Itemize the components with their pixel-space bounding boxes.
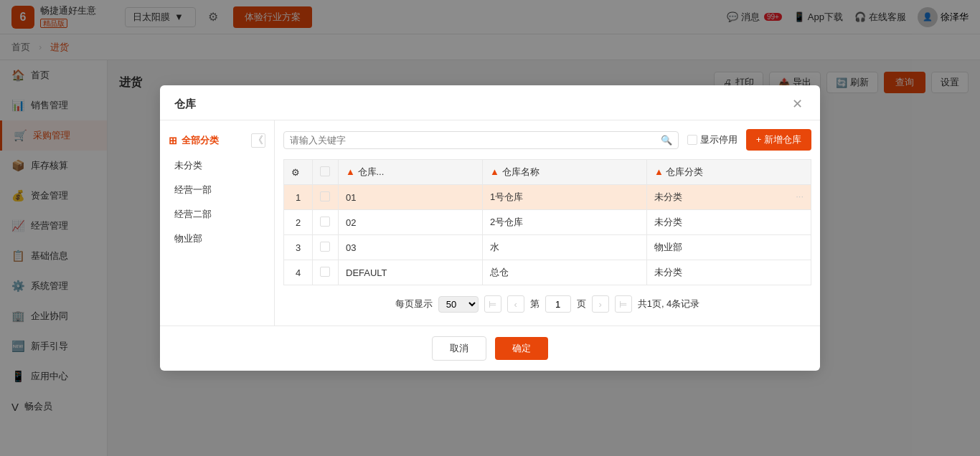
show-disabled-checkbox[interactable] xyxy=(687,135,697,145)
th-check[interactable] xyxy=(313,160,339,185)
search-box: 🔍 xyxy=(283,131,679,149)
table-row[interactable]: 4 DEFAULT 总仓 未分类 xyxy=(284,260,811,285)
table-body: 1 01 1号仓库 未分类 ··· xyxy=(284,185,811,285)
category-property[interactable]: 物业部 xyxy=(160,227,274,251)
sort-icon-name: ▲ xyxy=(490,166,499,177)
table-row[interactable]: 1 01 1号仓库 未分类 ··· xyxy=(284,185,811,210)
modal-close-button[interactable]: ✕ xyxy=(788,95,806,113)
search-input[interactable] xyxy=(290,135,661,146)
cancel-button[interactable]: 取消 xyxy=(432,336,486,361)
table-toolbar: 🔍 显示停用 + 新增仓库 xyxy=(283,129,811,151)
row-check[interactable] xyxy=(313,235,339,260)
row-num: 4 xyxy=(284,260,313,285)
modal-footer: 取消 确定 xyxy=(160,326,820,371)
modal-overlay: 仓库 ✕ ⊞ 全部分类 《 未分类 经营一部 xyxy=(0,0,980,456)
add-warehouse-button[interactable]: + 新增仓库 xyxy=(746,129,811,151)
category-ops1[interactable]: 经营一部 xyxy=(160,178,274,202)
th-code[interactable]: ▲ 仓库... xyxy=(339,160,483,185)
th-name[interactable]: ▲ 仓库名称 xyxy=(483,160,647,185)
row-num: 2 xyxy=(284,210,313,235)
row-num: 3 xyxy=(284,235,313,260)
row-name: 1号仓库 xyxy=(483,185,647,210)
row-category: 未分类 ··· xyxy=(646,185,811,210)
th-gear[interactable]: ⚙ xyxy=(284,160,313,185)
warehouse-modal: 仓库 ✕ ⊞ 全部分类 《 未分类 经营一部 xyxy=(160,85,820,371)
table-scroll-area: ⚙ ▲ 仓库... ▲ xyxy=(283,159,811,285)
row-category: 未分类 xyxy=(646,260,811,285)
row-category: 物业部 xyxy=(646,235,811,260)
table-row[interactable]: 3 03 水 物业部 xyxy=(284,235,811,260)
table-panel: 🔍 显示停用 + 新增仓库 ⚙ xyxy=(275,120,820,326)
category-unclassified[interactable]: 未分类 xyxy=(160,153,274,178)
modal-header: 仓库 ✕ xyxy=(160,85,820,120)
pagination-bar: 每页显示 50 100 200 ⊨ ‹ 第 页 › ⊨ 共1页, 4条记录 xyxy=(283,285,811,317)
row-check[interactable] xyxy=(313,260,339,285)
row-code: 03 xyxy=(339,235,483,260)
show-disabled-toggle[interactable]: 显示停用 xyxy=(687,133,738,146)
collapse-panel-button[interactable]: 《 xyxy=(251,133,265,148)
row-num: 1 xyxy=(284,185,313,210)
row-category: 未分类 xyxy=(646,210,811,235)
page-number-input[interactable] xyxy=(545,295,571,313)
row-name: 2号仓库 xyxy=(483,210,647,235)
category-panel: ⊞ 全部分类 《 未分类 经营一部 经营二部 物业部 xyxy=(160,120,275,326)
row-name: 水 xyxy=(483,235,647,260)
page-size-select[interactable]: 50 100 200 xyxy=(438,296,479,313)
modal-title: 仓库 xyxy=(174,98,196,111)
sort-icon-cat: ▲ xyxy=(654,166,664,177)
sort-icon: ▲ xyxy=(346,166,355,177)
table-header: ⚙ ▲ 仓库... ▲ xyxy=(284,160,811,185)
th-category[interactable]: ▲ 仓库分类 xyxy=(646,160,811,185)
search-icon[interactable]: 🔍 xyxy=(661,135,672,146)
category-header: ⊞ 全部分类 《 xyxy=(160,128,274,153)
table-row[interactable]: 2 02 2号仓库 未分类 xyxy=(284,210,811,235)
last-page-button[interactable]: ⊨ xyxy=(615,295,632,313)
next-page-button[interactable]: › xyxy=(592,295,609,313)
confirm-button[interactable]: 确定 xyxy=(495,337,548,360)
all-categories-item[interactable]: ⊞ 全部分类 xyxy=(169,134,219,147)
modal-body: ⊞ 全部分类 《 未分类 经营一部 经营二部 物业部 xyxy=(160,120,820,326)
row-check[interactable] xyxy=(313,210,339,235)
gear-icon: ⚙ xyxy=(291,167,300,178)
select-all-checkbox[interactable] xyxy=(320,166,330,176)
warehouse-table: ⚙ ▲ 仓库... ▲ xyxy=(283,159,811,285)
prev-page-button[interactable]: ‹ xyxy=(507,295,524,313)
row-code: 01 xyxy=(339,185,483,210)
row-code: 02 xyxy=(339,210,483,235)
row-code: DEFAULT xyxy=(339,260,483,285)
row-action-dots[interactable]: ··· xyxy=(796,191,804,201)
row-name: 总仓 xyxy=(483,260,647,285)
row-check[interactable] xyxy=(313,185,339,210)
table-header-row: ⚙ ▲ 仓库... ▲ xyxy=(284,160,811,185)
first-page-button[interactable]: ⊨ xyxy=(484,295,501,313)
category-ops2[interactable]: 经营二部 xyxy=(160,202,274,227)
